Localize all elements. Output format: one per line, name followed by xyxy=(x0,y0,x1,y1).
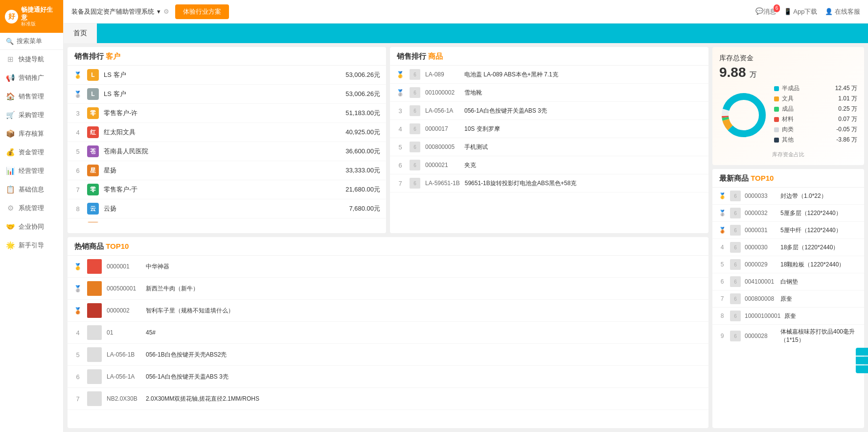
content-area: 销售排行 客户 🥇 L LS 客户 53,006.26元 🥈 L LS 客户 xyxy=(64,43,868,432)
product-icon: 6 xyxy=(410,105,420,116)
sidebar-item-guide[interactable]: 🌟 新手引导 xyxy=(0,236,63,255)
list-item: 6 6 004100001 白钢垫 xyxy=(712,273,864,290)
message-badge: 6 xyxy=(774,4,780,12)
product-icon: 6 xyxy=(410,123,420,134)
top-customers-title: 销售排行 客户 xyxy=(68,47,386,66)
sidebar: 好 畅捷通好生意 标准版 🔍 搜索菜单 ⊞ 快捷导航 📢 营销推广 🏠 销售管理… xyxy=(0,0,64,432)
sidebar-search[interactable]: 🔍 搜索菜单 xyxy=(0,33,63,50)
nav-tabs: 首页 xyxy=(64,24,868,43)
list-item: 4 6 0000030 18多层（1220*2440） xyxy=(712,239,864,256)
donut-legend: 半成品 12.45 万 文具 1.01 万 成品 0.25 万 xyxy=(774,84,857,146)
settings-icon[interactable]: ⚙ xyxy=(163,8,169,15)
sidebar-item-label: 经营管理 xyxy=(19,167,44,175)
table-row: 7 零 零售客户-于 21,680.00元 xyxy=(68,180,386,199)
table-row: 🥇 L LS 客户 53,006.26元 xyxy=(68,66,386,85)
online-service-btn[interactable]: 👤 在线客服 xyxy=(825,7,860,16)
top-customers-list: 🥇 L LS 客户 53,006.26元 🥈 L LS 客户 53,006.26… xyxy=(68,66,386,222)
sidebar-item-basic[interactable]: 📋 基础信息 xyxy=(0,180,63,199)
sidebar-item-cooperation[interactable]: 🤝 企业协同 xyxy=(0,217,63,236)
list-item: 🥈 6 0000032 5厘多层（1220*2440） xyxy=(712,205,864,222)
system-name: 装备及固定资产辅助管理系统 xyxy=(71,7,154,16)
sidebar-item-label: 快捷导航 xyxy=(19,55,44,64)
app-download-label: App下载 xyxy=(793,8,817,15)
float-community-btn[interactable]: 服务社区 xyxy=(856,357,868,364)
table-row: 🥈 6 001000002 雪地靴 xyxy=(390,84,708,102)
message-icon: 💬 xyxy=(755,7,763,16)
sidebar-item-purchase[interactable]: 🛒 采购管理 xyxy=(0,106,63,124)
sales-icon: 🏠 xyxy=(6,92,15,101)
basic-icon: 📋 xyxy=(6,185,15,194)
list-item: 🥇 6 0000033 封边带（1.0*22） xyxy=(712,188,864,205)
legend-item: 文具 1.01 万 xyxy=(774,95,857,103)
rank-badge: L xyxy=(87,69,99,81)
service-label: 在线客服 xyxy=(835,8,860,15)
sidebar-item-finance[interactable]: 💰 资金管理 xyxy=(0,143,63,162)
new-products-card: 最新商品 TOP10 🥇 6 0000033 封边带（1.0*22） 🥈 6 0… xyxy=(712,169,864,428)
app-download-btn[interactable]: 📱 App下载 xyxy=(784,7,817,16)
float-live-btn[interactable]: 直播 xyxy=(856,365,868,373)
rank-badge: L xyxy=(87,88,99,100)
list-item: 5 LA-056-1B 056-1B白色按键开关壳ABS2壳 xyxy=(68,344,708,366)
sidebar-item-system[interactable]: ⚙ 系统管理 xyxy=(0,199,63,217)
legend-item: 半成品 12.45 万 xyxy=(774,84,857,93)
list-item: 8 6 10000100001 原奎 xyxy=(712,308,864,325)
search-icon: 🔍 xyxy=(6,38,14,45)
sidebar-item-operation[interactable]: 📊 经营管理 xyxy=(0,162,63,180)
product-icon: 6 xyxy=(410,160,420,170)
legend-item: 材料 0.07 万 xyxy=(774,115,857,123)
sidebar-item-label: 营销推广 xyxy=(19,73,44,82)
rank-badge: 红 xyxy=(87,126,99,138)
inventory-label: 库存资金占比 xyxy=(719,151,857,158)
list-item: 🥈 000500001 新西兰牛肉（新牛） xyxy=(68,278,708,300)
topbar-actions: 💬 6 消息 📱 App下载 👤 在线客服 xyxy=(755,7,860,16)
sidebar-item-inventory[interactable]: 📦 库存核算 xyxy=(0,124,63,143)
message-btn[interactable]: 💬 6 消息 xyxy=(755,7,776,16)
product-image xyxy=(87,259,102,274)
panel-right: 库存总资金 9.88 万 xyxy=(712,47,864,428)
product-image xyxy=(87,303,102,318)
list-item: 4 01 45# xyxy=(68,322,708,344)
rank-badge: 零 xyxy=(87,107,99,119)
table-row: 6 6 0000021 夹克 xyxy=(390,156,708,174)
table-row: 5 苍 苍南县人民医院 36,600.00元 xyxy=(68,142,386,161)
table-row: 🥈 L LS 客户 53,006.26元 xyxy=(68,85,386,104)
trial-button[interactable]: 体验行业方案 xyxy=(175,4,229,19)
inventory-icon: 📦 xyxy=(6,129,15,138)
table-row: 7 6 LA-59651-1B 59651-1B旋转投影灯电池盒ABS黑色+58… xyxy=(390,174,708,192)
list-item: 🥇 0000001 中华神器 xyxy=(68,256,708,278)
tab-home-label: 首页 xyxy=(73,29,87,38)
sidebar-logo: 好 畅捷通好生意 标准版 xyxy=(0,0,63,33)
product-icon: 6 xyxy=(410,69,420,80)
table-row: 4 6 0000017 10S 变刹罗摩 xyxy=(390,120,708,138)
product-icon: 6 xyxy=(410,87,420,98)
top-sales-products-card: 销售排行 商品 🥇 6 LA-089 电池盖 LA-089 ABS本色+黑种 7… xyxy=(390,47,708,233)
sidebar-item-label: 企业协同 xyxy=(19,222,44,231)
logo-icon: 好 xyxy=(5,10,18,24)
system-selector[interactable]: 装备及固定资产辅助管理系统 ▾ ⚙ xyxy=(71,7,169,16)
table-row: 3 6 LA-056-1A 056-1A白色按键开关盖ABS 3壳 xyxy=(390,102,708,120)
top-split: 销售排行 客户 🥇 L LS 客户 53,006.26元 🥈 L LS 客户 xyxy=(68,47,708,233)
donut-section: 半成品 12.45 万 文具 1.01 万 成品 0.25 万 xyxy=(719,80,857,150)
sidebar-item-marketing[interactable]: 📢 营销推广 xyxy=(0,69,63,87)
product-image xyxy=(87,325,102,340)
table-row: 9 云 云扬 7,680.00元 xyxy=(68,218,386,222)
sidebar-item-label: 销售管理 xyxy=(19,92,44,101)
marketing-icon: 📢 xyxy=(6,73,15,82)
logo-sub: 标准版 xyxy=(21,21,58,27)
sidebar-item-label: 采购管理 xyxy=(19,111,44,120)
quick-nav-icon: ⊞ xyxy=(6,55,15,64)
list-item: 5 6 0000029 18颗粒板（1220*2440） xyxy=(712,256,864,273)
hot-products-card: 热销商品 TOP10 🥇 0000001 中华神器 🥈 000500001 新西… xyxy=(68,237,708,428)
sidebar-item-sales[interactable]: 🏠 销售管理 xyxy=(0,87,63,106)
rank-badge: 云 xyxy=(87,222,99,222)
float-service-btn[interactable]: 客服热线 xyxy=(856,348,868,356)
sidebar-item-label: 资金管理 xyxy=(19,148,44,157)
rank-badge: 零 xyxy=(87,184,99,195)
sidebar-item-quick-nav[interactable]: ⊞ 快捷导航 xyxy=(0,50,63,69)
inventory-amount: 9.88 xyxy=(719,65,746,80)
list-item: 🥉 0000002 智利车子里（规格不知道填什么） xyxy=(68,300,708,322)
hot-products-title: 热销商品 TOP10 xyxy=(68,237,708,256)
hot-products-list: 🥇 0000001 中华神器 🥈 000500001 新西兰牛肉（新牛） 🥉 xyxy=(68,256,708,412)
sidebar-item-label: 新手引导 xyxy=(19,241,44,250)
tab-home[interactable]: 首页 xyxy=(64,24,97,43)
